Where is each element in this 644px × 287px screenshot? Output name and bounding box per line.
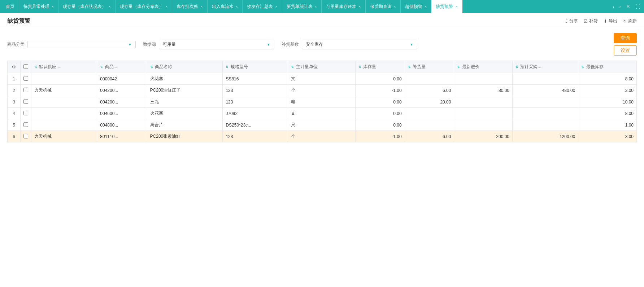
tab-inout-flow-close[interactable]: × — [236, 4, 238, 9]
goods-code-sort-icon: ⇅ — [100, 65, 103, 69]
tab-inout-flow-label: 出入库流水 — [212, 4, 234, 10]
tab-picking-exception-close[interactable]: × — [52, 4, 54, 9]
th-est-purchase[interactable]: ⇅ 预计采购... — [513, 61, 578, 73]
row-checkbox[interactable] — [23, 122, 28, 127]
tab-expand-button[interactable]: ⛶ — [633, 2, 643, 11]
settings-button[interactable]: 设置 — [614, 45, 637, 56]
datasource-select[interactable]: 可用量 ▼ — [159, 40, 274, 49]
export-action[interactable]: ⬇ 导出 — [604, 18, 617, 24]
th-supplier[interactable]: ⇅ 默认供应... — [31, 61, 97, 73]
tab-requisition[interactable]: 要货单统计表 × — [282, 0, 322, 13]
tab-prev-button[interactable]: ‹ — [610, 2, 617, 11]
tab-batch-account-label: 库存批次账 — [177, 4, 198, 10]
td-checkbox — [21, 108, 31, 119]
tab-next-button[interactable]: › — [617, 2, 623, 11]
td-goods-name: 离合片 — [147, 119, 223, 131]
row-checkbox[interactable] — [23, 111, 28, 115]
gear-icon[interactable]: ⚙ — [12, 65, 16, 70]
td-min-stock: 3.00 — [578, 85, 637, 96]
filter-area: 商品分类 ▼ 数据源 可用量 ▼ 补货基数 安全库存 ▼ 查询 设置 — [0, 28, 644, 61]
tab-overstock-close[interactable]: × — [425, 4, 427, 9]
tab-picking-exception[interactable]: 拣货异常处理 × — [19, 0, 58, 13]
row-checkbox[interactable] — [23, 99, 28, 104]
table-row: 3 004200... 三九 123 箱 0.00 20.00 10.00 — [8, 96, 637, 108]
td-row-num: 5 — [8, 119, 21, 131]
replenish-basis-select[interactable]: 安全库存 ▼ — [302, 40, 417, 49]
th-unit[interactable]: ⇅ 主计量单位 — [288, 61, 355, 73]
est-purchase-sort-icon: ⇅ — [515, 65, 518, 69]
tab-summary-close[interactable]: × — [275, 4, 277, 9]
tab-inventory-dist-label: 现存量（库存分布表） — [120, 4, 163, 10]
td-row-num: 1 — [8, 73, 21, 85]
tab-shortage-label: 缺货预警 — [436, 4, 453, 10]
export-icon: ⬇ — [604, 19, 607, 24]
th-goods-name-label: 商品名称 — [155, 64, 172, 69]
td-goods-name: PC200张紧油缸 — [147, 131, 223, 142]
tab-inventory-status[interactable]: 现存量（库存状况表） × — [58, 0, 115, 13]
th-latest-price[interactable]: ⇅ 最新进价 — [454, 61, 513, 73]
th-goods-name[interactable]: ⇅ 商品名称 — [147, 61, 223, 73]
query-button[interactable]: 查询 — [614, 33, 637, 43]
tab-inventory-dist[interactable]: 现存量（库存分布表） × — [116, 0, 172, 13]
tab-home[interactable]: 首页 — [1, 0, 19, 13]
table-row: 1 0000042 火花塞 SS816 支 0.00 8.00 — [8, 73, 637, 85]
tab-available-ledger[interactable]: 可用量库存账本 × — [322, 0, 365, 13]
tab-batch-account[interactable]: 库存批次账 × — [172, 0, 207, 13]
tab-inventory-status-close[interactable]: × — [108, 4, 110, 9]
share-action[interactable]: ⤴ 分享 — [566, 18, 578, 24]
datasource-filter-group: 数据源 可用量 ▼ — [143, 40, 274, 49]
tab-batch-account-close[interactable]: × — [200, 4, 203, 9]
table-row: 5 004800... 离合片 DS250*23c... 只 0.00 1.00 — [8, 119, 637, 131]
row-checkbox[interactable] — [23, 134, 28, 138]
tab-shelf-life-close[interactable]: × — [394, 4, 396, 9]
tab-summary-label: 收发存汇总表 — [247, 4, 273, 10]
goods-name-sort-icon: ⇅ — [150, 65, 153, 69]
tab-available-ledger-label: 可用量库存账本 — [326, 4, 356, 10]
th-min-stock[interactable]: ⇅ 最低库存 — [578, 61, 637, 73]
datasource-chevron-icon: ▼ — [267, 43, 270, 47]
select-all-checkbox[interactable] — [23, 64, 28, 69]
tab-overstock-label: 超储预警 — [405, 4, 422, 10]
tab-inventory-status-label: 现存量（库存状况表） — [63, 4, 106, 10]
td-goods-name: 火花塞 — [147, 73, 223, 85]
header-actions: ⤴ 分享 ☑ 补货 ⬇ 导出 ↻ 刷新 — [566, 18, 637, 24]
td-spec: 123 — [223, 96, 288, 108]
th-stock[interactable]: ⇅ 库存量 — [355, 61, 405, 73]
td-est-purchase — [513, 96, 578, 108]
row-checkbox[interactable] — [23, 88, 28, 92]
td-goods-code: 004600... — [97, 108, 147, 119]
td-checkbox — [21, 73, 31, 85]
refresh-icon: ↻ — [623, 19, 627, 24]
page-container: 缺货预警 ⤴ 分享 ☑ 补货 ⬇ 导出 ↻ 刷新 商品分类 — [0, 13, 644, 287]
refresh-action[interactable]: ↻ 刷新 — [623, 18, 637, 24]
replenish-sort-icon: ⇅ — [408, 65, 411, 69]
td-spec: 123 — [223, 131, 288, 142]
tab-inout-flow[interactable]: 出入库流水 × — [208, 0, 243, 13]
category-select[interactable]: ▼ — [27, 41, 136, 48]
td-checkbox — [21, 131, 31, 142]
th-spec[interactable]: ⇅ 规格型号 — [223, 61, 288, 73]
tab-summary[interactable]: 收发存汇总表 × — [243, 0, 282, 13]
replenish-action[interactable]: ☑ 补货 — [584, 18, 598, 24]
tab-overstock[interactable]: 超储预警 × — [401, 0, 431, 13]
td-replenish: 20.00 — [405, 96, 454, 108]
td-goods-code: 0000042 — [97, 73, 147, 85]
td-supplier — [31, 96, 97, 108]
tab-shortage[interactable]: 缺货预警 × — [431, 0, 462, 13]
td-stock: -1.00 — [355, 131, 405, 142]
table-row: 6 力天机械 801110... PC200张紧油缸 123 个 -1.00 6… — [8, 131, 637, 142]
tab-close-all-button[interactable]: ✕ — [624, 2, 632, 11]
category-chevron-icon: ▼ — [128, 43, 132, 47]
tab-available-ledger-close[interactable]: × — [358, 4, 361, 9]
table-row: 2 力天机械 004200... PC200油缸庄子 123 个 -1.00 6… — [8, 85, 637, 96]
tab-shelf-life[interactable]: 保质期查询 × — [366, 0, 401, 13]
th-goods-code[interactable]: ⇅ 商品... — [97, 61, 147, 73]
th-supplier-label: 默认供应... — [39, 64, 60, 69]
row-checkbox[interactable] — [23, 76, 28, 81]
tab-shortage-close[interactable]: × — [455, 4, 457, 9]
tab-inventory-dist-close[interactable]: × — [165, 4, 167, 9]
tab-requisition-close[interactable]: × — [315, 4, 317, 9]
latest-price-sort-icon: ⇅ — [457, 65, 460, 69]
th-replenish[interactable]: ⇅ 补货量 — [405, 61, 454, 73]
min-stock-sort-icon: ⇅ — [581, 65, 584, 69]
